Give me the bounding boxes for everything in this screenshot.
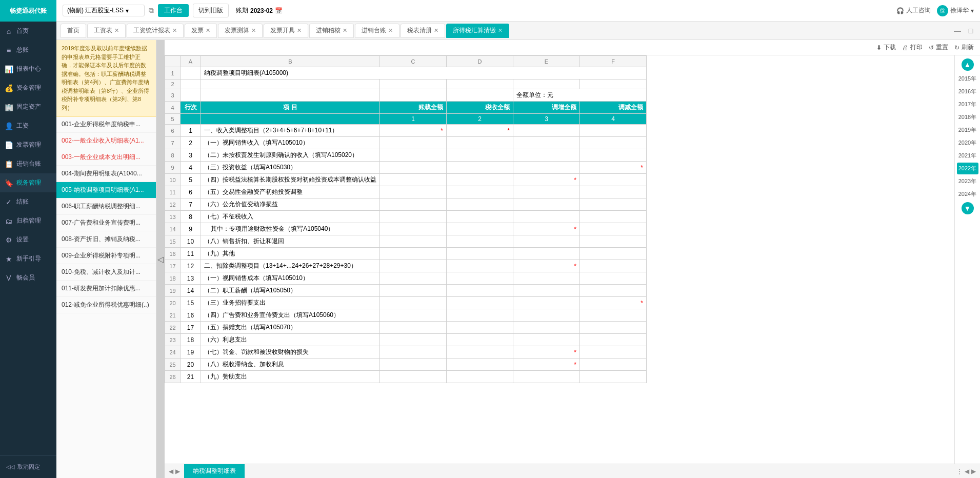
year-2023[interactable]: 2023年 [957,175,978,187]
tab-salary[interactable]: 工资表✕ [87,24,126,38]
year-2018[interactable]: 2018年 [957,111,978,123]
sheet-container[interactable]: A B C D E F 1 [165,55,954,464]
form-item-005[interactable]: 005-纳税调整项目明细表(A1... [56,182,156,198]
table-row: 19 14 （二）职工薪酬（填写A105050） [165,285,647,297]
form-item-011[interactable]: 011-研发费用加计扣除优惠... [56,281,156,297]
sidebar-item-tax-mgmt[interactable]: 🔖 税务管理 [0,173,56,192]
form-item-009[interactable]: 009-企业所得税附补专项明... [56,248,156,264]
main-area: (物副) 江西股宝-LSS ▾ ⧉ 工作台 切到旧版 账期 2023-02 📅 … [56,0,980,478]
tab-close-tax-clear[interactable]: ✕ [434,27,438,34]
sidebar-item-report[interactable]: 📊 报表中心 [0,59,56,78]
download-icon: ⬇ [876,44,882,51]
sheet-nav-left[interactable]: ◀ [169,468,173,475]
sidebar-item-settings[interactable]: ⚙ 设置 [0,230,56,249]
sidebar-item-guide[interactable]: ★ 新手引导 [0,249,56,268]
tab-close-input-ledger[interactable]: ✕ [388,27,393,34]
sidebar-item-asset-mgmt[interactable]: 💰 资金管理 [0,78,56,97]
company-select[interactable]: (物副) 江西股宝-LSS ▾ [63,5,145,16]
maximize-button[interactable]: □ [966,26,976,36]
reset-button[interactable]: ↺ 重置 [929,43,948,52]
tab-input-ledger[interactable]: 进销台账✕ [355,24,399,38]
year-2022[interactable]: 2022年 [957,163,978,174]
copy-icon[interactable]: ⧉ [149,6,154,15]
year-2016[interactable]: 2016年 [957,86,978,97]
tab-close-input-check[interactable]: ✕ [343,27,347,34]
tab-tax-clear[interactable]: 税表清册✕ [401,24,445,38]
download-button[interactable]: ⬇ 下载 [876,43,896,52]
year-2021[interactable]: 2021年 [957,150,978,162]
sheet-tab-main[interactable]: 纳税调整明细表 [184,464,245,478]
year-2017[interactable]: 2017年 [957,98,978,110]
form-item-003[interactable]: 003-一般企业成本支出明细... [56,149,156,166]
sidebar-item-home[interactable]: ⌂ 首页 [0,22,56,41]
sidebar-item-vip[interactable]: V 畅会员 [0,268,56,287]
tab-invoice-calc[interactable]: 发票测算✕ [218,24,263,38]
sheet-nav-right[interactable]: ▶ [175,468,180,475]
sidebar-item-checkout[interactable]: ✓ 结账 [0,192,56,211]
tab-invoice[interactable]: 发票✕ [185,24,217,38]
table-row: 2 [165,79,647,89]
year-2015[interactable]: 2015年 [957,73,978,85]
refresh-button[interactable]: ↻ 刷新 [954,43,974,52]
year-2020[interactable]: 2020年 [957,137,978,149]
form-item-004[interactable]: 004-期间费用明细表(A1040... [56,166,156,182]
col-header-A: A [181,56,201,67]
table-row: 16 11 （九）其他 [165,248,647,260]
headset-icon: 🎧 [896,7,904,14]
guide-icon: ★ [4,255,13,263]
print-button[interactable]: 🖨 打印 [902,43,923,52]
calendar-icon[interactable]: 📅 [275,7,283,14]
sidebar-item-invoice-mgmt[interactable]: 📄 发票管理 [0,135,56,154]
asset-icon: 💰 [4,84,13,92]
form-item-012[interactable]: 012-减免企业所得税优惠明细(..) [56,297,156,313]
tab-close-invoice[interactable]: ✕ [206,27,210,34]
year-scroll-up[interactable]: ▲ [962,58,974,71]
tab-close-salary[interactable]: ✕ [114,27,119,34]
tab-close-invoice-calc[interactable]: ✕ [251,27,256,34]
sidebar-item-salary[interactable]: 👤 工资 [0,116,56,135]
form-item-007[interactable]: 007-广告费和业务宣传费明... [56,215,156,231]
archive-icon: 🗂 [4,217,13,225]
service-button[interactable]: 🎧 人工咨询 [896,6,931,15]
form-item-010[interactable]: 010-免税、减计收入及加计... [56,264,156,281]
content-area: 2019年度涉及取以前年度继续数据的申报表单元格需要手工维护正确，才能保证本年及… [56,40,980,478]
chevron-down-icon: ▾ [126,7,129,14]
tab-salary-report[interactable]: 工资统计报表✕ [127,24,184,38]
spreadsheet-panel: ⬇ 下载 🖨 打印 ↺ 重置 ↻ 刷新 [165,40,980,478]
topbar: (物副) 江西股宝-LSS ▾ ⧉ 工作台 切到旧版 账期 2023-02 📅 … [56,0,980,22]
tab-income-tax[interactable]: 所得税汇算清缴✕ [446,24,509,38]
table-row: 21 16 （四）广告费和业务宣传费支出（填写A105060） [165,309,647,322]
sheet-table: A B C D E F 1 [165,55,647,383]
tab-close-income-tax[interactable]: ✕ [498,27,503,34]
scroll-indicators: ⋮ ◀ ▶ [956,468,976,475]
sidebar-item-archive[interactable]: 🗂 归档管理 [0,211,56,230]
form-item-002[interactable]: 002-一般企业收入明细表(A1... [56,133,156,149]
form-item-001[interactable]: 001-企业所得税年度纳税申... [56,116,156,133]
sheet-nav-buttons: ◀ ▶ [169,468,180,475]
sidebar-item-fixed-asset[interactable]: 🏢 固定资产 [0,97,56,116]
collapse-panel-button[interactable]: ◁ [156,40,165,478]
workbench-button[interactable]: 工作台 [158,4,189,17]
table-row-subheader: 5 1 2 3 4 [165,114,647,125]
tab-close-invoice-open[interactable]: ✕ [297,27,302,34]
col-header-row [165,56,181,67]
tab-home[interactable]: 首页 [61,24,86,38]
minimize-button[interactable]: — [952,26,963,36]
switch-old-button[interactable]: 切到旧版 [193,4,229,17]
year-scroll-down[interactable]: ▼ [962,202,974,214]
sidebar-item-ledger[interactable]: ≡ 总账 [0,41,56,59]
user-menu[interactable]: 徐 徐泽华 ▾ [937,5,974,16]
form-item-008[interactable]: 008-资产折旧、摊销及纳税... [56,231,156,248]
tab-invoice-open[interactable]: 发票开具✕ [264,24,308,38]
form-item-006[interactable]: 006-职工薪酬纳税调整明细... [56,198,156,215]
table-row: 24 19 （七）罚金、罚款和被没收财物的损失 * [165,346,647,358]
chevron-down-icon: ▾ [971,7,974,14]
sidebar-item-input-ledger[interactable]: 📋 进销台账 [0,154,56,173]
unfix-button[interactable]: ◁◁ 取消固定 [4,460,52,474]
table-row: 13 8 （七）不征税收入 [165,211,647,223]
year-2019[interactable]: 2019年 [957,124,978,136]
tab-close-salary-report[interactable]: ✕ [172,27,177,34]
tab-input-check[interactable]: 进销稽核✕ [309,24,354,38]
year-2024[interactable]: 2024年 [957,188,978,200]
table-row-header: 4 行次 项 目 账载全额 税收全额 调增全额 调减全额 [165,102,647,114]
